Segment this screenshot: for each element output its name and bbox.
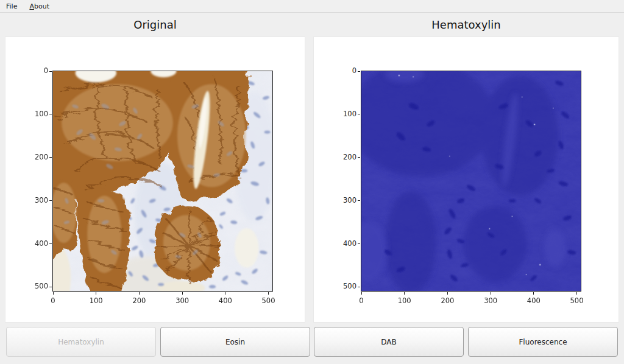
button-eosin[interactable]: Eosin	[160, 327, 310, 357]
y-tick-mark	[358, 243, 360, 244]
x-tick-label: 0	[43, 296, 63, 305]
y-tick-label: 0	[332, 66, 356, 75]
x-tick-mark	[268, 292, 269, 295]
y-tick-mark	[49, 200, 52, 201]
y-tick-label: 500	[24, 282, 48, 290]
y-tick-label: 100	[24, 110, 48, 118]
x-tick-mark	[491, 292, 491, 295]
x-tick-mark	[361, 292, 362, 295]
x-tick-mark	[182, 292, 183, 295]
y-tick-mark	[358, 157, 360, 158]
y-tick-label: 300	[332, 196, 356, 205]
original-title: Original	[5, 13, 305, 37]
button-dab[interactable]: DAB	[314, 327, 464, 357]
y-tick-mark	[49, 114, 52, 114]
x-tick-mark	[225, 292, 225, 295]
x-tick-mark	[533, 292, 534, 295]
x-tick-mark	[576, 292, 577, 295]
x-tick-mark	[139, 292, 140, 295]
y-tick-mark	[49, 287, 52, 287]
y-tick-mark	[358, 71, 360, 72]
x-tick-mark	[53, 292, 54, 295]
menu-bar: File About	[0, 0, 624, 13]
x-tick-label: 300	[172, 296, 193, 305]
y-tick-label: 400	[24, 239, 48, 248]
y-tick-mark	[49, 243, 52, 244]
x-tick-label: 500	[258, 296, 279, 305]
x-tick-mark	[404, 292, 405, 295]
y-tick-label: 300	[24, 196, 48, 205]
button-hematoxylin[interactable]: Hematoxylin	[6, 327, 156, 357]
y-tick-label: 400	[332, 239, 356, 248]
y-tick-mark	[49, 157, 52, 158]
y-tick-mark	[358, 114, 360, 114]
original-panel: 01002003004005000100200300400500	[5, 37, 305, 323]
hematoxylin-plot: 01002003004005000100200300400500	[361, 71, 581, 292]
x-tick-label: 200	[437, 296, 458, 305]
x-tick-mark	[447, 292, 448, 295]
menu-about[interactable]: About	[23, 1, 55, 12]
hematoxylin-title: Hematoxylin	[313, 13, 619, 37]
original-plot: 01002003004005000100200300400500	[52, 71, 273, 292]
original-image	[53, 71, 272, 291]
x-tick-label: 100	[86, 296, 107, 305]
button-fluorescence[interactable]: Fluorescence	[468, 327, 618, 357]
x-tick-label: 200	[129, 296, 149, 305]
menu-about-accel: A	[29, 2, 34, 10]
y-tick-mark	[358, 200, 360, 201]
menu-file[interactable]: File	[0, 1, 23, 12]
x-tick-label: 0	[351, 296, 372, 305]
y-tick-label: 200	[24, 153, 48, 161]
hematoxylin-image	[361, 71, 581, 291]
x-tick-label: 400	[215, 296, 236, 305]
y-tick-label: 500	[332, 282, 356, 290]
y-tick-label: 200	[332, 153, 356, 161]
y-tick-label: 100	[332, 110, 356, 118]
y-tick-label: 0	[24, 66, 48, 75]
x-tick-mark	[96, 292, 96, 295]
x-tick-label: 300	[480, 296, 501, 305]
menu-about-rest: bout	[34, 2, 49, 10]
x-tick-label: 500	[567, 296, 587, 305]
y-tick-mark	[358, 287, 360, 287]
x-tick-label: 400	[523, 296, 544, 305]
x-tick-label: 100	[394, 296, 415, 305]
y-tick-mark	[49, 71, 52, 72]
hematoxylin-panel: 01002003004005000100200300400500	[313, 37, 619, 323]
